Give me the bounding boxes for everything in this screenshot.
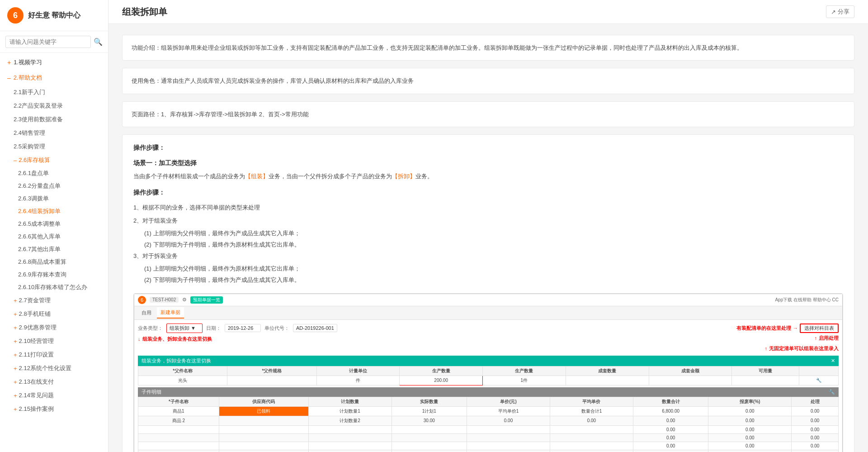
plus-icon: + [14,338,17,345]
page-title: 组装拆卸单 [122,6,167,18]
sidebar-item-coupon[interactable]: + 2.9优惠券管理 [0,321,108,334]
sidebar-item-finance[interactable]: + 2.7资金管理 [0,294,108,307]
scene1-title: 场景一：加工类型选择 [133,159,843,167]
sidebar-item-install[interactable]: 2.2产品安装及登录 [0,99,108,113]
plus-icon: + [14,406,17,413]
sidebar-item-prepare[interactable]: 2.3使用前数据准备 [0,113,108,126]
sidebar-item-cost-recalc[interactable]: 2.6.8商品成本重算 [0,256,108,268]
search-button[interactable]: 🔍 [94,38,103,46]
sidebar-item-print[interactable]: + 2.11打印设置 [0,348,108,362]
sidebar-item-sales[interactable]: 2.4销售管理 [0,126,108,140]
table-row: 光头 件 200.00 1件 🔧 [138,376,839,385]
screenshot-child-table: *子件名称 供应商代码 计划数量 实际数量 单价(元) 平均单价 数量合计 报废… [138,397,839,452]
screenshot-tab-new: 新建单据 [157,307,184,319]
step-3-2: (2) 下部明细为子件明细，最终作为产成品生成其它入库单。 [133,275,843,286]
step-3-1: (1) 上部明细为父件明细，最终作为原材料生成其它出库单； [133,263,843,275]
sidebar-item-cost-adjust[interactable]: 2.6.5成本调整单 [0,218,108,230]
sidebar-header: 6 好生意 帮助中心 [0,0,108,31]
plus-icon: + [14,324,17,331]
step-2-1: (1) 上部明细为父件明细，最终作为产成品生成其它入库单； [133,228,843,239]
table-row: 0.000.000.00 [138,433,839,442]
search-box: 🔍 [0,31,108,53]
sidebar-item-inventory[interactable]: – 2.6库存核算 [0,153,108,167]
sidebar: 6 好生意 帮助中心 🔍 + 1.视频学习 – 2.帮助文档 2.1新手入门 2… [0,0,108,452]
step-2: 2、对于组装业务 [133,215,843,227]
screenshot-navbar: 自用 新建单据 [134,306,842,320]
sidebar-item-partial-stocktake[interactable]: 2.6.2分量盘点单 [0,180,108,192]
info-block-intro: 功能介绍：组装拆卸单用来处理企业组装或拆卸等加工业务，支持有固定装配清单的产品加… [122,35,854,61]
main-area: 组装拆卸单 ↗ 分享 功能介绍：组装拆卸单用来处理企业组装或拆卸等加工业务，支持… [108,0,868,452]
app-title: 好生意 帮助中心 [28,11,80,20]
sidebar-item-cases[interactable]: + 2.15操作案例 [0,402,108,416]
table-row: 0.000.000.00 [138,425,839,433]
screenshot-bom-button: 选择对科目表 [800,324,839,333]
share-label: 分享 [838,8,849,16]
steps-title: 操作步骤： [133,189,843,197]
screenshot-container: 6 TEST-H002 ⚙ 预期单据一览 App下载 在线帮助 帮助中心 CC … [133,293,843,452]
share-icon: ↗ [831,9,836,15]
sidebar-item-video[interactable]: + 1.视频学习 [0,55,108,70]
logo-icon: 6 [7,7,24,24]
share-button[interactable]: ↗ 分享 [826,5,854,18]
screenshot-annotation-nofixed: ↑ 无固定清单可以组装在这里录入 [765,345,839,352]
sidebar-item-operations[interactable]: + 2.10经营管理 [0,334,108,348]
screenshot-date-input: 2019-12-26 [225,324,261,332]
screenshot-top-icons: App下载 在线帮助 帮助中心 CC [775,297,839,303]
sidebar-item-newbie[interactable]: 2.1新手入门 [0,86,108,99]
screenshot-annotation-bom: 有装配清单的在这里处理 → 选择对科目表 [736,324,839,333]
screenshot-id-input: AD-2019226-001 [293,324,337,332]
screenshot-topbar: 6 TEST-H002 ⚙ 预期单据一览 App下载 在线帮助 帮助中心 CC [134,294,842,306]
screenshot-type-input: 组装拆卸 ▼ [166,324,203,333]
screenshot-parent-table: *父件名称 *父件规格 计量单位 生产数量 生产数量 成套数量 成套金额 可用量 [138,366,839,385]
expand-icon: + [7,59,11,66]
content-area: 功能介绍：组装拆卸单用来处理企业组装或拆卸等加工业务，支持有固定装配清单的产品加… [108,24,868,452]
screenshot-annotation-type: ↓ 组装业务、拆卸业务在这里切换 [138,336,732,343]
plus-icon: + [14,365,17,372]
sidebar-item-purchase[interactable]: 2.5采购管理 [0,140,108,153]
info-text-role: 使用角色：通常由生产人员或库管人员完成拆装业务的操作，库管人员确认原材料的出库和… [132,77,414,84]
sidebar-item-other-out[interactable]: 2.6.7其他出库单 [0,243,108,256]
sidebar-item-docs[interactable]: – 2.帮助文档 [0,70,108,86]
plus-icon: + [14,297,17,304]
step-1: 1、根据不同的业务，选择不同单据的类型来处理 [133,202,843,214]
sidebar-item-online-pay[interactable]: + 2.13在线支付 [0,375,108,389]
step-3: 3、对于拆装业务 [133,251,843,262]
table-row: 商品 2 计划数量2 30.00 0.00 0.00 0.00 0.00 0.0… [138,416,839,425]
sidebar-item-ledger-query[interactable]: 2.6.9库存账本查询 [0,268,108,281]
plus-icon: + [14,392,17,399]
screenshot-content: 业务类型： 组装拆卸 ▼ 日期： 2019-12-26 单位代号： AD-201… [134,320,842,452]
table-row: 0.000.000.00 [138,442,839,450]
operation-section: 操作步骤： 场景一：加工类型选择 当由多个子件材料组装成一个成品的业务为【组装】… [122,134,854,452]
sidebar-item-mobile[interactable]: + 2.8手机旺铺 [0,307,108,321]
screenshot-tab-home: 自用 [138,308,155,318]
sidebar-item-custom[interactable]: + 2.12系统个性化设置 [0,362,108,375]
nav-section: + 1.视频学习 – 2.帮助文档 2.1新手入门 2.2产品安装及登录 2.3… [0,53,108,418]
sidebar-item-other-in[interactable]: 2.6.6其他入库单 [0,230,108,243]
plus-icon: + [14,352,17,358]
plus-icon: + [14,379,17,385]
plus-icon: + [14,311,17,318]
collapse-icon: – [7,74,11,81]
sidebar-item-label: 2.帮助文档 [14,74,42,82]
info-text-path: 页面路径：1、库存核算->库存管理->组装拆卸单 2、首页->常用功能 [132,111,309,118]
sidebar-item-transfer[interactable]: 2.6.3调拨单 [0,192,108,205]
sidebar-item-ledger-error[interactable]: 2.6.10库存账本错了怎么办 [0,281,108,294]
screenshot-newdoc-btn: 预期单据一览 [190,296,223,304]
screenshot-child-header: 子件明细 🔧 [138,387,839,397]
step-2-2: (2) 下部明细为子件明细，最终作为原材料生成其它出库单。 [133,239,843,251]
screenshot-parent-header: 组装业务，拆卸业务在这里切换 ✕ [138,356,839,366]
topbar: 组装拆卸单 ↗ 分享 [108,0,868,24]
scene1-desc: 当由多个子件材料组装成一个成品的业务为【组装】业务，当由一个父件拆分成多个子产品… [133,171,843,182]
mock-screenshot: 6 TEST-H002 ⚙ 预期单据一览 App下载 在线帮助 帮助中心 CC … [134,294,843,452]
table-row [138,450,839,452]
sidebar-item-label: 1.视频学习 [14,58,42,67]
sidebar-item-faq[interactable]: + 2.14常见问题 [0,389,108,402]
screenshot-logo: 6 [138,296,146,304]
minus-icon: – [14,157,17,164]
screenshot-test-badge: TEST-H002 [150,297,179,303]
info-text-intro: 功能介绍：组装拆卸单用来处理企业组装或拆卸等加工业务，支持有固定装配清单的产品加… [132,44,743,51]
search-input[interactable] [5,36,91,48]
screenshot-annotation-enable: ↑ 启用处理 [815,335,839,342]
sidebar-item-stocktake[interactable]: 2.6.1盘点单 [0,167,108,180]
sidebar-item-assembly[interactable]: 2.6.4组装拆卸单 [0,205,108,218]
